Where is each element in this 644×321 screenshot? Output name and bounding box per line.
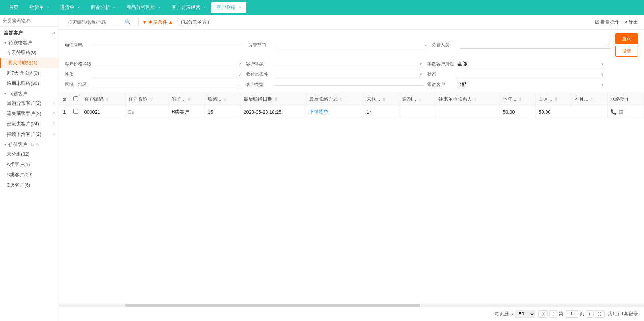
sort-icon[interactable]: ⇅ xyxy=(149,97,152,101)
chevron-down-icon: ∨ xyxy=(238,62,241,66)
close-icon[interactable]: × xyxy=(47,5,49,10)
last-contact-link[interactable]: 下销货单 xyxy=(309,109,328,114)
region-select[interactable]: ... xyxy=(94,81,242,88)
help-icon[interactable]: ? xyxy=(53,132,55,137)
manager-select[interactable]: ... xyxy=(460,42,612,49)
sidebar-item-ungrouped[interactable]: 未分组(32) xyxy=(0,149,59,159)
sort-icon[interactable]: ⇅ xyxy=(340,97,343,101)
export-button[interactable]: ↗ 导出 xyxy=(623,19,638,25)
sort-icon[interactable]: ⇅ xyxy=(418,97,421,101)
help-icon[interactable]: ? xyxy=(53,101,55,106)
settings-button[interactable]: 设置 xyxy=(615,46,638,57)
horizontal-scrollbar[interactable] xyxy=(59,304,644,307)
more-filter-button[interactable]: ▼ 更多条件 ▲ xyxy=(142,19,173,25)
collapse-icon[interactable]: « xyxy=(52,30,55,36)
phone-action-icon[interactable]: 📞 xyxy=(610,109,617,115)
batch-ops-button[interactable]: ☑ 批量操作 xyxy=(595,19,620,25)
filter-retail: 零散客户 全部 ∨ xyxy=(427,80,605,89)
status-select[interactable]: ∨ xyxy=(455,72,605,77)
sidebar-search-input[interactable] xyxy=(3,18,58,23)
sidebar-item-churn-warning[interactable]: 流失预警客户(3) ? xyxy=(0,108,59,119)
nav-home[interactable]: 首页 xyxy=(4,2,24,13)
payment-select[interactable]: ∨ xyxy=(274,72,424,77)
search-bar: 🔍 ▼ 更多条件 ▲ 我分管的客户 ☑ 批量操作 ↗ xyxy=(59,15,644,30)
sidebar-item-today[interactable]: 今天待联络(0) xyxy=(0,47,59,58)
query-button[interactable]: 查询 xyxy=(615,33,638,44)
chevron-up-icon: ▲ xyxy=(168,19,173,25)
prev-page-button[interactable]: ⟨ xyxy=(549,310,557,318)
sort-icon[interactable]: ⇅ xyxy=(474,97,477,101)
filter-retail-attr: 零散客户属性 全部 ∨ xyxy=(427,60,605,68)
row-checkbox[interactable] xyxy=(73,109,78,114)
sort-icon[interactable]: ⇅ xyxy=(223,97,226,101)
select-all-checkbox[interactable] xyxy=(73,96,78,101)
sidebar-item-declining[interactable]: 持续下滑客户(2) ? xyxy=(0,129,59,139)
help-icon[interactable]: ? xyxy=(53,111,55,116)
last-page-button[interactable]: ⟩⟩ xyxy=(595,310,605,318)
search-input-wrap: 🔍 xyxy=(65,18,139,26)
help-icon[interactable]: ? xyxy=(53,122,55,126)
sort-icon[interactable]: ⇅ xyxy=(188,97,190,101)
nav-sales[interactable]: 销货单 × xyxy=(24,2,54,13)
action-icons: 📞 ⊞ xyxy=(610,109,641,115)
phone-input[interactable] xyxy=(93,44,245,46)
close-icon[interactable]: × xyxy=(77,5,80,10)
sort-icon[interactable]: ⇅ xyxy=(382,97,385,101)
nav-customer-contact[interactable]: 客户联络 × xyxy=(211,2,246,13)
page-number-input[interactable] xyxy=(565,310,578,318)
nature-select[interactable]: ∨ xyxy=(93,72,242,77)
refresh-icon[interactable]: ↻ xyxy=(31,142,34,147)
next-page-button[interactable]: ⟩ xyxy=(586,310,594,318)
table-header-row: ⚙ 客户编码 ⇅ 客户名称 ⇅ xyxy=(59,93,644,106)
data-table: ⚙ 客户编码 ⇅ 客户名称 ⇅ xyxy=(59,93,644,118)
my-customer-checkbox[interactable] xyxy=(177,20,182,24)
table-body: 1 000021 Ea B类客户 15 2023-05-23 18:25: 下销… xyxy=(59,106,644,118)
sidebar-item-a-class[interactable]: A类客户(1) xyxy=(0,159,59,170)
search-icon[interactable]: 🔍 xyxy=(125,19,131,25)
sort-icon[interactable]: ⇅ xyxy=(274,97,277,101)
scrollbar-thumb[interactable] xyxy=(125,304,420,307)
sidebar-item-c-class[interactable]: C类客户(6) xyxy=(0,180,59,190)
retail-attr-select[interactable]: 全部 ∨ xyxy=(456,60,605,68)
sidebar-item-overdue[interactable]: 逾期未联络(30) xyxy=(0,78,59,89)
sidebar-item-b-class[interactable]: B类客户(33) xyxy=(0,170,59,180)
nav-product-analysis-list[interactable]: 商品分析列表 × xyxy=(121,2,165,13)
retail-select[interactable]: 全部 ∨ xyxy=(455,80,605,89)
dept-select[interactable]: ∨ xyxy=(276,42,428,48)
filter-row-3: 性质 ∨ 收付款条件 ∨ 状态 ∨ xyxy=(65,71,638,77)
table-row: 1 000021 Ea B类客户 15 2023-05-23 18:25: 下销… xyxy=(59,106,644,118)
grid-action-icon[interactable]: ⊞ xyxy=(619,109,623,115)
row-last-contact-method: 下销货单 xyxy=(306,106,364,118)
sort-icon[interactable]: ⇅ xyxy=(554,97,557,101)
customer-type-select[interactable] xyxy=(274,84,424,86)
page-size-select[interactable]: 50 100 200 xyxy=(515,310,535,318)
filter-payment: 收付款条件 ∨ xyxy=(246,71,424,77)
close-icon[interactable]: × xyxy=(158,5,160,10)
gear-icon[interactable]: ⚙ xyxy=(62,97,67,102)
close-icon[interactable]: × xyxy=(203,5,206,10)
my-customer-checkbox-area[interactable]: 我分管的客户 xyxy=(177,19,212,25)
nav-product-analysis[interactable]: 商品分析 × xyxy=(86,2,120,13)
sidebar-item-tomorrow[interactable]: 明天待联络(1) xyxy=(0,58,59,68)
sort-icon[interactable]: ⇅ xyxy=(105,97,108,101)
price-grade-select[interactable]: ∨ xyxy=(94,61,242,67)
checkbox-icon: ☑ xyxy=(595,19,599,25)
sidebar-item-7days[interactable]: 近7天待联络(0) xyxy=(0,68,59,78)
sort-icon[interactable]: ⇅ xyxy=(518,97,521,101)
row-this-month xyxy=(571,106,607,118)
sort-icon[interactable]: ⇅ xyxy=(590,97,593,101)
search-input[interactable] xyxy=(68,20,123,25)
close-icon[interactable]: × xyxy=(113,5,115,10)
nav-customer-tiering[interactable]: 客户分层经营 × xyxy=(167,2,211,13)
edit-icon[interactable]: ✎ xyxy=(36,142,39,147)
close-icon[interactable]: × xyxy=(239,5,241,10)
sidebar-item-churned[interactable]: 已流失客户(24) ? xyxy=(0,119,59,129)
customer-grade-select[interactable]: ∨ xyxy=(274,61,424,67)
filter-row-2: 客户价格等级 ∨ 客户等级 ∨ 零散客户属性 全部 ∨ xyxy=(65,60,638,68)
first-page-button[interactable]: ⟨⟨ xyxy=(538,310,548,318)
th-action: 联络动作 xyxy=(607,93,644,106)
nav-purchase[interactable]: 进货单 × xyxy=(55,2,85,13)
data-table-container: ⚙ 客户编码 ⇅ 客户名称 ⇅ xyxy=(59,93,644,304)
filter-panel: 电话号码 分管部门 ∨ 分管人员 ... 查询 设置 xyxy=(59,30,644,93)
sidebar-item-repurchase-abnormal[interactable]: 回购异常客户(2) ? xyxy=(0,98,59,108)
